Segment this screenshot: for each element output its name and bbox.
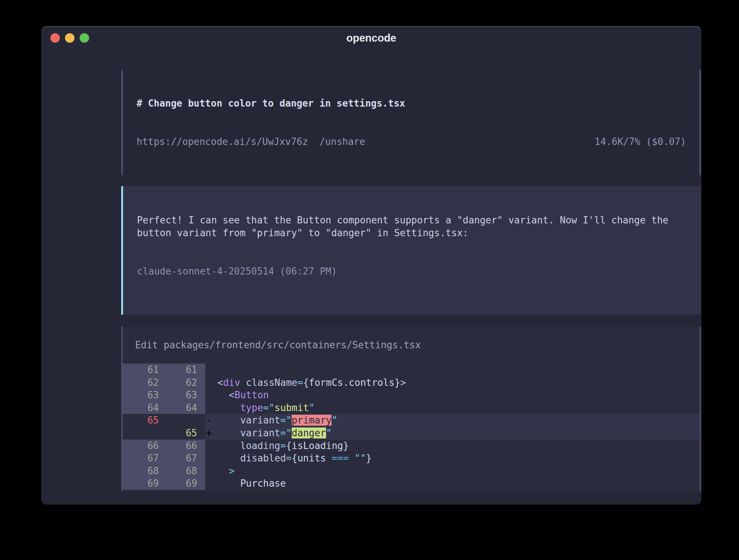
diff-row: 6767 disabled={units === ""} bbox=[123, 452, 700, 465]
window-title: opencode bbox=[41, 32, 701, 44]
share-url[interactable]: https://opencode.ai/s/UwJxv76z /unshare bbox=[137, 135, 365, 148]
diff-rows: 61616262 <div className={formCs.controls… bbox=[123, 364, 700, 490]
title-bar: opencode bbox=[41, 27, 701, 48]
message-meta: claude-sonnet-4-20250514 (06:27 PM) bbox=[137, 265, 686, 278]
diff-row: 6262 <div className={formCs.controls}> bbox=[123, 376, 700, 389]
session-title: # Change button color to danger in setti… bbox=[137, 97, 405, 110]
assistant-message: Perfect! I can see that the Button compo… bbox=[121, 186, 701, 315]
unshare-command[interactable]: /unshare bbox=[319, 136, 365, 147]
diff-row: 6969 Purchase bbox=[123, 477, 700, 490]
diff-row: 65- variant="primary" bbox=[123, 414, 700, 427]
diff-row: 6161 bbox=[123, 364, 700, 376]
diff-row: 6868 > bbox=[123, 465, 700, 477]
diff-row: 6666 loading={isLoading} bbox=[123, 440, 700, 452]
opencode-window: opencode # Change button color to danger… bbox=[41, 26, 701, 505]
edit-tool-card: Edit packages/frontend/src/containers/Se… bbox=[121, 326, 701, 491]
message-text: Perfect! I can see that the Button compo… bbox=[137, 214, 686, 239]
token-usage: 14.6K/7% ($0.07) bbox=[595, 135, 686, 148]
diff-row: 6363 <Button bbox=[123, 389, 700, 402]
diff-row: 6464 type="submit" bbox=[123, 402, 700, 414]
diff-row: 65+ variant="danger" bbox=[123, 427, 700, 440]
edit-title: Edit packages/frontend/src/containers/Se… bbox=[123, 339, 700, 352]
session-header: # Change button color to danger in setti… bbox=[121, 70, 701, 175]
